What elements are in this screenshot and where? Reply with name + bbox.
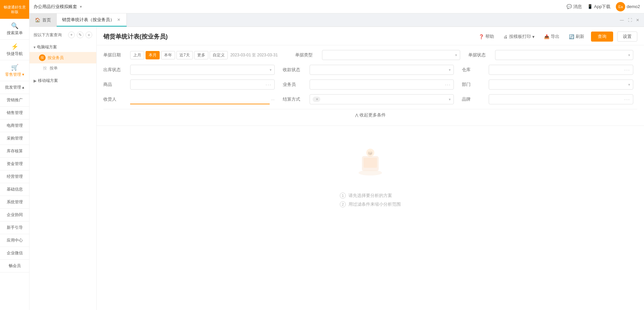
export-btn[interactable]: 📥 导出 — [541, 32, 562, 41]
sidebar-item-retail[interactable]: 🛒 零售管理 ▾ — [0, 60, 29, 81]
maximize-btn[interactable]: ⛶ — [627, 17, 633, 23]
print-icon: 🖨 — [503, 34, 508, 39]
sidebar-item-ecommerce[interactable]: 电商管理 — [0, 119, 29, 132]
dept-select[interactable]: ▾ — [489, 80, 633, 90]
sidebar-item-basic[interactable]: 基础信息 — [0, 183, 29, 196]
sidebar-ecommerce-label: 电商管理 — [1, 123, 28, 128]
topbar-dropdown-btn[interactable]: ▾ — [80, 4, 82, 9]
collapse-bar[interactable]: ⋀ 收起更多条件 — [103, 109, 637, 121]
sidebar-enterprise-label: 企业协同 — [1, 212, 28, 218]
sidebar-item-enterprise[interactable]: 企业协同 — [0, 209, 29, 221]
sidebar-item-newuser[interactable]: 新手引导 — [0, 221, 29, 234]
sidebar-item-appcenter[interactable]: 应用中心 — [0, 234, 29, 247]
app-download-btn[interactable]: 📱 App下载 — [587, 4, 610, 10]
collect-status-select[interactable]: ▾ — [310, 65, 454, 75]
desktop-section-title[interactable]: ▾ 电脑端方案 — [30, 42, 96, 52]
svg-rect-2 — [364, 158, 377, 168]
dept-chevron: ▾ — [628, 83, 630, 87]
empty-step-1: 1 请先选择要分析的方案 — [340, 193, 401, 199]
sidebar-basic-label: 基础信息 — [1, 187, 28, 192]
warehouse-select[interactable]: ··· — [489, 65, 633, 75]
payment-chevron: ▾ — [449, 97, 451, 102]
step-num-2: 2 — [340, 201, 346, 207]
scheme-by-order[interactable]: 按 按单 — [30, 63, 96, 73]
sidebar-item-member[interactable]: 畅会员 — [0, 260, 29, 272]
export-label: 导出 — [551, 34, 559, 40]
tabbar-actions: — ⛶ ✕ — [615, 13, 644, 27]
minimize-btn[interactable]: — — [619, 17, 625, 23]
empty-step-2: 2 用过滤条件来缩小分析范围 — [340, 201, 401, 207]
sidebar-item-marketing[interactable]: 营销推广 — [0, 94, 29, 107]
date-control: 上月 本月 本年 近7天 更多 自定义 2023-03-01 至 2023-03… — [130, 51, 287, 59]
consignee-input[interactable] — [130, 94, 270, 104]
by-salesman-label: 按业务员 — [48, 55, 64, 61]
refresh-btn[interactable]: 🔄 刷新 — [566, 32, 587, 41]
date-last-month-btn[interactable]: 上月 — [130, 51, 144, 59]
app-logo: 畅捷通好生意 标版 — [0, 0, 30, 19]
date-last7-btn[interactable]: 近7天 — [176, 51, 193, 59]
page-actions: ❓ 帮助 🖨 按模板打印 ▾ 📥 导出 🔄 刷新 — [476, 32, 637, 42]
salesman-label: 业务员 — [283, 82, 310, 88]
sidebar-item-wechat[interactable]: 企业微信 — [0, 247, 29, 260]
settings-btn[interactable]: 设置 — [617, 32, 637, 42]
sidebar-item-search[interactable]: 🔍 搜索菜单 — [0, 19, 29, 40]
out-status-select[interactable]: ▾ — [130, 65, 275, 75]
date-more-btn[interactable]: 更多 — [194, 51, 208, 59]
page-title: 销货单统计表(按业务员) — [103, 33, 168, 41]
collapse-panel-btn[interactable]: « — [86, 32, 92, 38]
scheme-by-salesman[interactable]: 按 按业务员 — [30, 52, 96, 63]
date-this-year-btn[interactable]: 本年 — [161, 51, 175, 59]
message-btn[interactable]: 💬 消息 — [567, 4, 582, 10]
filter-row-1: 单据日期 上月 本月 本年 近7天 更多 自定义 2023-03-01 至 20… — [103, 50, 637, 60]
date-custom-btn[interactable]: 自定义 — [210, 51, 228, 59]
sidebar-operations-label: 经营管理 — [1, 174, 28, 179]
step-num-1: 1 — [340, 193, 346, 199]
salesman-select[interactable]: ··· — [310, 80, 454, 90]
payment-tag-close[interactable]: × — [313, 97, 320, 102]
doc-status-select[interactable]: ▾ — [495, 50, 633, 60]
sidebar-retail-label: 零售管理 ▾ — [1, 72, 28, 78]
empty-state: 📦 1 请先选择要分析的方案 2 用过滤条件来缩小分析范围 — [97, 126, 644, 230]
user-menu-btn[interactable]: Ea demo2 — [616, 2, 640, 11]
payment-method-select[interactable]: × ▾ — [310, 94, 454, 104]
sidebar-finance-label: 资金管理 — [1, 161, 28, 167]
payment-tag-x[interactable]: × — [316, 97, 318, 102]
mobile-section-title[interactable]: ▶ 移动端方案 — [30, 76, 96, 86]
product-select[interactable]: ··· — [130, 80, 275, 90]
shortcut-icon: ⚡ — [1, 43, 28, 50]
add-scheme-btn[interactable]: + — [68, 32, 75, 38]
sidebar-item-finance[interactable]: 资金管理 — [0, 158, 29, 170]
sidebar-item-operations[interactable]: 经营管理 — [0, 170, 29, 183]
sidebar-item-wholesale[interactable]: 批发管理 ▴ — [0, 81, 29, 94]
edit-scheme-btn[interactable]: ✎ — [77, 32, 84, 38]
by-order-label: 按单 — [50, 65, 58, 71]
template-print-btn[interactable]: 🖨 按模板打印 ▾ — [501, 32, 537, 41]
sidebar-item-purchase[interactable]: 采购管理 — [0, 132, 29, 145]
panel-header: 按以下方案查询 + ✎ « — [30, 30, 96, 41]
mobile-section-label: 移动端方案 — [38, 78, 58, 84]
filter-row-3: 商品 ··· 业务员 ··· 部门 — [103, 80, 637, 90]
section-arrow-icon: ▾ — [34, 45, 36, 50]
out-status-label: 出库状态 — [103, 67, 130, 73]
doc-type-select[interactable]: ▾ — [322, 50, 460, 60]
brand-select[interactable]: ··· — [489, 94, 633, 104]
refresh-icon: 🔄 — [569, 34, 574, 39]
message-label: 消息 — [573, 4, 582, 10]
topbar: 办公用品行业模拟账套 ▾ 💬 消息 📱 App下载 Ea demo2 — [30, 0, 644, 13]
search-nav-icon: 🔍 — [1, 22, 28, 30]
doc-type-chevron: ▾ — [455, 53, 457, 57]
topbar-right: 💬 消息 📱 App下载 Ea demo2 — [567, 2, 640, 11]
tab-home[interactable]: 🏠 首页 — [30, 13, 57, 27]
tab-close-btn[interactable]: ✕ — [116, 17, 121, 23]
close-window-btn[interactable]: ✕ — [635, 17, 640, 23]
sidebar-item-sales[interactable]: 销售管理 — [0, 107, 29, 119]
tab-report[interactable]: 销货单统计表（按业务员） ✕ — [57, 13, 127, 27]
sidebar-item-system[interactable]: 系统管理 — [0, 196, 29, 209]
filter-area: 单据日期 上月 本月 本年 近7天 更多 自定义 2023-03-01 至 20… — [97, 45, 644, 125]
sidebar-item-shortcut[interactable]: ⚡ 快捷导航 — [0, 40, 29, 60]
date-this-month-btn[interactable]: 本月 — [146, 51, 160, 59]
query-btn[interactable]: 查询 — [591, 32, 613, 42]
sidebar-item-inventory[interactable]: 库存核算 — [0, 145, 29, 158]
help-btn[interactable]: ❓ 帮助 — [476, 32, 497, 41]
panel-header-label: 按以下方案查询 — [34, 32, 62, 38]
